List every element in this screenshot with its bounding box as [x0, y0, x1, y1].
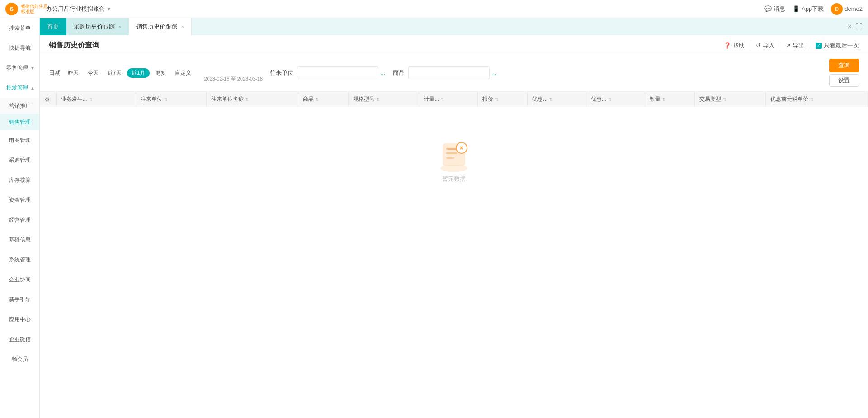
retail-mgmt-label: 零售管理	[5, 64, 29, 72]
product-label: 商品	[393, 69, 405, 77]
avatar: D	[831, 3, 843, 15]
table-settings-icon[interactable]: ⚙	[44, 96, 50, 103]
th-spec[interactable]: 规格型号 ⇅	[348, 92, 419, 107]
partner-input[interactable]	[297, 66, 378, 79]
th-partner-name[interactable]: 往来单位名称 ⇅	[207, 92, 298, 107]
sidebar-item-wholesale-mgmt[interactable]: 批发管理 ▲	[0, 78, 39, 98]
maximize-btn[interactable]: ⛶	[855, 23, 863, 31]
sidebar-item-vip-member[interactable]: 畅会员	[0, 349, 39, 369]
sidebar-item-sales-mgmt[interactable]: 销售管理	[0, 114, 39, 130]
close-all-tabs-btn[interactable]: ×	[848, 23, 852, 31]
tab-purchase-history-close[interactable]: ×	[118, 24, 121, 29]
sidebar-item-operation-mgmt[interactable]: 经营管理	[0, 210, 39, 230]
sidebar-item-marketing[interactable]: 营销推广	[0, 98, 39, 114]
th-trade-type[interactable]: 交易类型 ⇅	[694, 92, 765, 107]
sidebar-item-purchase-mgmt[interactable]: 采购管理	[0, 150, 39, 170]
date-btn-more[interactable]: 更多	[151, 68, 170, 78]
th-discount1[interactable]: 优惠... ⇅	[528, 92, 586, 107]
search-menu-label: 搜索菜单	[9, 24, 31, 32]
th-quantity[interactable]: 数量 ⇅	[645, 92, 694, 107]
tab-home-label: 首页	[47, 23, 59, 31]
sort-icon-discount2: ⇅	[608, 97, 612, 102]
date-btn-custom[interactable]: 自定义	[171, 68, 195, 78]
inventory-check-label: 库存核算	[9, 176, 31, 184]
sort-icon-partner-name: ⇅	[245, 97, 249, 102]
partner-input-group: ...	[297, 66, 386, 79]
tab-purchase-history[interactable]: 采购历史价跟踪 ×	[66, 18, 129, 35]
dropdown-icon[interactable]: ▾	[108, 6, 110, 12]
page-title: 销售历史价查询	[49, 41, 99, 50]
import-btn[interactable]: ↺ 导入	[756, 42, 774, 50]
sidebar-item-ecommerce-mgmt[interactable]: 电商管理	[0, 130, 39, 150]
app-download-btn[interactable]: 📱 App下载	[793, 5, 824, 13]
date-btn-yesterday[interactable]: 昨天	[64, 68, 82, 78]
product-input[interactable]	[408, 66, 490, 79]
app-center-label: 应用中心	[9, 316, 31, 323]
sidebar-item-system-mgmt[interactable]: 系统管理	[0, 250, 39, 270]
message-btn[interactable]: 💬 消息	[764, 5, 785, 13]
partner-filter-group: 往来单位 ...	[270, 66, 386, 79]
page-actions: ❓ 帮助 ↺ 导入 ↗ 导出 ✓	[724, 42, 859, 50]
svg-rect-4	[446, 157, 454, 159]
date-range-text: 2023-02-18 至 2023-03-18	[204, 76, 263, 82]
sidebar-item-search-menu[interactable]: 搜索菜单	[0, 18, 39, 38]
tab-sales-history-close[interactable]: ×	[181, 24, 184, 29]
sidebar-item-quick-nav[interactable]: 快捷导航	[0, 38, 39, 58]
sidebar-item-inventory-check[interactable]: 库存核算	[0, 170, 39, 190]
data-table: ⚙ 业务发生... ⇅ 往来单位	[40, 92, 868, 107]
sidebar-item-retail-mgmt[interactable]: 零售管理 ▼	[0, 58, 39, 78]
date-btn-1month[interactable]: 近1月	[127, 68, 150, 78]
mobile-icon: 📱	[793, 5, 800, 12]
date-btn-7days[interactable]: 近7天	[104, 68, 125, 78]
tab-home[interactable]: 首页	[40, 18, 66, 35]
th-settings[interactable]: ⚙	[40, 92, 56, 107]
th-biz-date[interactable]: 业务发生... ⇅	[56, 92, 136, 107]
sidebar-item-enterprise-wechat[interactable]: 企业微信	[0, 329, 39, 349]
query-button[interactable]: 查询	[829, 59, 859, 72]
only-last-checkbox[interactable]: ✓	[816, 43, 822, 49]
main-layout: 搜索菜单 快捷导航 零售管理 ▼ 批发管理 ▲ 营销推广 销售管理 电商管理 采…	[0, 18, 868, 418]
sidebar-item-enterprise-coop[interactable]: 企业协同	[0, 270, 39, 290]
th-product[interactable]: 商品 ⇅	[298, 92, 348, 107]
sidebar-item-basic-info[interactable]: 基础信息	[0, 230, 39, 250]
sales-mgmt-label: 销售管理	[9, 119, 31, 126]
system-mgmt-label: 系统管理	[9, 256, 31, 264]
user-area[interactable]: D demo2	[831, 3, 863, 15]
sidebar-item-app-center[interactable]: 应用中心	[0, 309, 39, 329]
vip-member-label: 畅会员	[12, 356, 28, 363]
wholesale-mgmt-arrow: ▲	[30, 86, 35, 90]
finance-mgmt-label: 资金管理	[9, 196, 31, 204]
logo-area: 6 畅捷信好生意 标准版	[5, 3, 42, 15]
sort-icon-discount1: ⇅	[549, 97, 553, 102]
partner-dots[interactable]: ...	[380, 69, 386, 76]
tab-sales-history[interactable]: 销售历史价跟踪 ×	[129, 18, 191, 35]
only-last-checkbox-label[interactable]: ✓ 只看最后一次	[816, 42, 859, 50]
export-icon: ↗	[786, 42, 791, 49]
sort-icon-trade-type: ⇅	[723, 97, 726, 102]
sort-icon-quote-price: ⇅	[495, 97, 499, 102]
divider2	[780, 43, 780, 49]
settings-button[interactable]: 设置	[829, 74, 859, 87]
export-btn[interactable]: ↗ 导出	[786, 42, 804, 50]
tab-sales-history-label: 销售历史价跟踪	[136, 23, 177, 31]
product-filter-group: 商品 ...	[393, 66, 497, 79]
sidebar: 搜索菜单 快捷导航 零售管理 ▼ 批发管理 ▲ 营销推广 销售管理 电商管理 采…	[0, 18, 40, 418]
product-dots[interactable]: ...	[491, 69, 497, 76]
help-btn[interactable]: ❓ 帮助	[724, 42, 745, 50]
sort-icon-partner-code: ⇅	[164, 97, 168, 102]
empty-state: 暂元数据	[40, 107, 868, 210]
sidebar-item-finance-mgmt[interactable]: 资金管理	[0, 190, 39, 210]
th-quote-price[interactable]: 报价 ⇅	[478, 92, 528, 107]
sidebar-item-new-guide[interactable]: 新手引导	[0, 290, 39, 309]
svg-rect-3	[446, 152, 457, 154]
tab-actions: × ⛶	[848, 23, 868, 31]
product-input-group: ...	[408, 66, 497, 79]
th-discount2[interactable]: 优惠... ⇅	[586, 92, 645, 107]
th-pre-discount-price[interactable]: 优惠前无税单价 ⇅	[765, 92, 868, 107]
sort-icon-pre-discount-price: ⇅	[810, 97, 814, 102]
purchase-mgmt-label: 采购管理	[9, 157, 31, 164]
date-btn-today[interactable]: 今天	[84, 68, 102, 78]
date-buttons: 昨天 今天 近7天 近1月 更多 自定义	[64, 68, 195, 78]
th-unit[interactable]: 计量... ⇅	[419, 92, 478, 107]
th-partner-code[interactable]: 往来单位 ⇅	[136, 92, 207, 107]
